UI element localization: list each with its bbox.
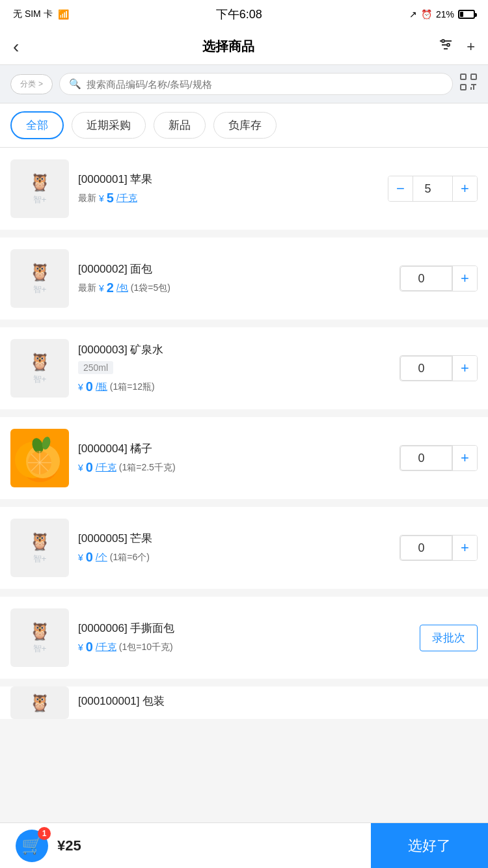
qty-box: − +	[388, 176, 478, 202]
category-chevron: >	[38, 79, 43, 88]
product-info: [0000005] 芒果 ¥ 0 /个 (1箱=6个)	[78, 531, 390, 565]
product-name: [000100001] 包装	[78, 694, 478, 709]
product-name: [0000005] 芒果	[78, 531, 390, 546]
svg-rect-6	[471, 74, 476, 79]
placeholder-logo: 🦉	[29, 693, 50, 713]
product-thumbnail: 🦉	[10, 686, 69, 719]
cart-total-price: ¥25	[57, 837, 81, 854]
quantity-control: +	[400, 355, 478, 381]
qty-increase-button[interactable]: +	[452, 266, 477, 291]
tab-recent[interactable]: 近期采购	[72, 112, 146, 139]
record-batch-button[interactable]: 录批次	[420, 625, 478, 651]
list-item: 🦉 智+ [0000002] 面包 最新 ¥ 2 /包 (1袋=5包) +	[0, 237, 488, 319]
svg-rect-5	[461, 74, 466, 79]
tab-negative[interactable]: 负库存	[213, 112, 277, 139]
qty-increase-button[interactable]: +	[452, 356, 477, 381]
qty-increase-button[interactable]: +	[452, 446, 477, 470]
quantity-control: +	[400, 445, 478, 471]
quantity-stepper[interactable]	[400, 266, 452, 291]
tab-all[interactable]: 全部	[10, 111, 64, 139]
svg-point-4	[447, 44, 450, 46]
placeholder-logo: 🦉 智+	[29, 262, 50, 295]
add-button[interactable]: +	[467, 38, 475, 55]
filter-icon[interactable]	[438, 37, 454, 57]
product-thumbnail: 🦉 智+	[10, 339, 69, 398]
product-spec: 250ml	[78, 361, 113, 374]
list-item: 🦉 智+ [0000005] 芒果 ¥ 0 /个 (1箱=6个) +	[0, 507, 488, 589]
list-item: 🦉 智+ [0000003] 矿泉水 250ml ¥ 0 /瓶 (1箱=12瓶)…	[0, 327, 488, 409]
quantity-control: +	[400, 265, 478, 292]
product-thumbnail	[10, 429, 69, 487]
qty-box: +	[400, 445, 478, 471]
svg-point-3	[442, 40, 444, 42]
product-info: [0000002] 面包 最新 ¥ 2 /包 (1袋=5包)	[78, 262, 390, 295]
product-price: ¥ 0 /个 (1箱=6个)	[78, 550, 390, 565]
tab-bar: 全部 近期采购 新品 负库存	[0, 103, 488, 148]
quantity-stepper[interactable]	[400, 446, 452, 470]
quantity-stepper[interactable]	[400, 356, 452, 381]
product-price: ¥ 0 /千克 (1箱=2.5千克)	[78, 460, 390, 475]
battery-text: 21%	[436, 9, 454, 20]
svg-rect-7	[461, 85, 466, 90]
product-info: [000100001] 包装	[78, 694, 478, 712]
search-box: 🔍	[59, 73, 453, 95]
product-thumbnail: 🦉 智+	[10, 608, 69, 667]
bottom-bar: 🛒 1 ¥25 选好了	[0, 822, 488, 868]
search-icon: 🔍	[69, 78, 81, 90]
cart-area: 🛒 1 ¥25	[0, 830, 371, 862]
product-price: 最新 ¥ 5 /千克	[78, 191, 379, 206]
nav-bar: ‹ 选择商品 +	[0, 29, 488, 65]
tab-new[interactable]: 新品	[154, 112, 206, 139]
quantity-control: +	[400, 535, 478, 561]
list-item: [0000004] 橘子 ¥ 0 /千克 (1箱=2.5千克) +	[0, 417, 488, 499]
carrier-text: 无 SIM 卡	[13, 8, 53, 20]
status-bar: 无 SIM 卡 📶 下午6:08 ↗ ⏰ 21%	[0, 0, 488, 29]
placeholder-logo: 🦉 智+	[29, 172, 50, 206]
battery-icon	[458, 10, 475, 19]
product-list: 🦉 智+ [0000001] 苹果 最新 ¥ 5 /千克 − + �	[0, 148, 488, 772]
quantity-stepper[interactable]	[400, 536, 452, 560]
nav-left: ‹	[13, 36, 19, 57]
filter-bar: 分类 > 🔍	[0, 65, 488, 103]
category-label: 分类	[20, 79, 36, 90]
confirm-button[interactable]: 选好了	[371, 823, 488, 869]
back-button[interactable]: ‹	[13, 36, 19, 57]
cart-badge: 1	[38, 827, 51, 840]
product-info: [0000003] 矿泉水 250ml ¥ 0 /瓶 (1箱=12瓶)	[78, 342, 390, 394]
quantity-stepper[interactable]	[413, 176, 452, 201]
placeholder-logo: 🦉 智+	[29, 532, 50, 565]
page-title: 选择商品	[202, 38, 254, 55]
location-icon: ↗	[409, 9, 417, 20]
status-right: ↗ ⏰ 21%	[409, 9, 475, 20]
list-item: 🦉 智+ [0000006] 手撕面包 ¥ 0 /千克 (1包=10千克) 录批…	[0, 597, 488, 679]
product-info: [0000004] 橘子 ¥ 0 /千克 (1箱=2.5千克)	[78, 441, 390, 475]
cart-icon-wrap[interactable]: 🛒 1	[16, 830, 48, 862]
scan-icon[interactable]	[459, 73, 478, 95]
list-item: 🦉 [000100001] 包装	[0, 686, 488, 719]
list-item: 🦉 智+ [0000001] 苹果 最新 ¥ 5 /千克 − +	[0, 148, 488, 230]
product-name: [0000004] 橘子	[78, 441, 390, 456]
product-name: [0000001] 苹果	[78, 172, 379, 187]
fruit-image	[10, 429, 69, 487]
placeholder-logo: 🦉 智+	[29, 621, 50, 655]
product-name: [0000002] 面包	[78, 262, 390, 277]
product-thumbnail: 🦉 智+	[10, 159, 69, 218]
nav-right: +	[438, 37, 475, 57]
category-button[interactable]: 分类 >	[10, 74, 53, 94]
product-info: [0000006] 手撕面包 ¥ 0 /千克 (1包=10千克)	[78, 621, 411, 655]
qty-box: +	[400, 355, 478, 381]
product-thumbnail: 🦉 智+	[10, 249, 69, 308]
product-name: [0000003] 矿泉水	[78, 342, 390, 357]
search-input[interactable]	[87, 79, 443, 90]
qty-increase-button[interactable]: +	[452, 536, 477, 560]
product-name: [0000006] 手撕面包	[78, 621, 411, 636]
qty-box: +	[400, 535, 478, 561]
status-time: 下午6:08	[216, 7, 262, 22]
wifi-icon: 📶	[58, 9, 69, 20]
product-thumbnail: 🦉 智+	[10, 519, 69, 577]
qty-decrease-button[interactable]: −	[388, 176, 413, 201]
qty-box: +	[400, 265, 478, 292]
product-info: [0000001] 苹果 最新 ¥ 5 /千克	[78, 172, 379, 206]
qty-increase-button[interactable]: +	[452, 176, 477, 201]
quantity-control: 录批次	[420, 625, 478, 651]
